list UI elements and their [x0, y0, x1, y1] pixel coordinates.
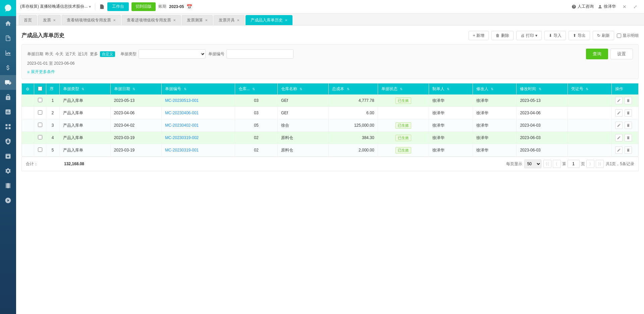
- sidebar-item-chart[interactable]: [0, 46, 16, 60]
- tab-purchase-vat-close[interactable]: ✕: [173, 18, 176, 22]
- row-checkbox[interactable]: [38, 110, 42, 115]
- support-link[interactable]: 人工咨询: [572, 4, 594, 9]
- row-edit-btn[interactable]: [615, 97, 623, 104]
- tab-invoice-calc-close[interactable]: ✕: [205, 18, 208, 22]
- user-menu[interactable]: 徐泽华: [598, 4, 616, 9]
- pager-last-btn[interactable]: ⟩⟩: [596, 160, 604, 168]
- pager-input[interactable]: [568, 160, 580, 168]
- row-check-cell[interactable]: [34, 119, 46, 132]
- th-doc-status[interactable]: 单据状态 ⇅: [378, 83, 429, 95]
- row-doc-no-cell[interactable]: MC-20230406-001: [162, 107, 235, 119]
- sidebar-item-archive[interactable]: [0, 149, 16, 164]
- th-checkbox[interactable]: [34, 83, 46, 95]
- show-detail-label[interactable]: 显示明细: [617, 33, 639, 39]
- tab-invoice-open-close[interactable]: ✕: [237, 18, 239, 22]
- sidebar-item-report[interactable]: [0, 105, 16, 119]
- shortcut-1month[interactable]: 近1月: [78, 51, 88, 57]
- switch-version-button[interactable]: 切到旧版: [131, 2, 156, 11]
- row-check-cell[interactable]: [34, 95, 46, 107]
- row-doc-no-cell[interactable]: MC-20230402-001: [162, 119, 235, 132]
- sidebar-item-lock[interactable]: [0, 90, 16, 105]
- sidebar-item-version[interactable]: [0, 193, 16, 208]
- row-edit-btn[interactable]: [615, 146, 623, 154]
- sidebar-item-stamp[interactable]: [0, 134, 16, 149]
- tab-invoice[interactable]: 发票 ✕: [38, 15, 61, 25]
- query-button[interactable]: 查询: [586, 49, 608, 59]
- pager-next-btn[interactable]: ⟩: [586, 160, 594, 168]
- row-checkbox[interactable]: [38, 135, 42, 139]
- shortcut-7days[interactable]: 近7天: [65, 51, 76, 57]
- tab-sales-vat-close[interactable]: ✕: [113, 18, 116, 22]
- th-modify-time[interactable]: 修改时间 ⇅: [517, 83, 568, 95]
- tab-invoice-close[interactable]: ✕: [53, 18, 56, 22]
- tab-warehouse-history[interactable]: 产成品入库单历史 ✕: [246, 15, 292, 25]
- th-modifier[interactable]: 修改人 ⇅: [473, 83, 517, 95]
- row-edit-btn[interactable]: [615, 122, 623, 129]
- row-check-cell[interactable]: [34, 144, 46, 156]
- row-edit-btn[interactable]: [615, 134, 623, 141]
- th-creator[interactable]: 制单人 ⇅: [429, 83, 473, 95]
- pager-first-btn[interactable]: ⟨⟨: [543, 160, 551, 168]
- sidebar-item-grid[interactable]: [0, 119, 16, 134]
- sidebar-item-warehouse[interactable]: [0, 75, 16, 90]
- pager-prev-btn[interactable]: ⟨: [553, 160, 561, 168]
- doc-no-link[interactable]: MC-20230513-001: [165, 98, 199, 103]
- sidebar-item-tax[interactable]: [0, 60, 16, 75]
- doc-no-link[interactable]: MC-20230406-001: [165, 111, 199, 115]
- row-delete-btn[interactable]: [625, 146, 632, 154]
- minimize-button[interactable]: ✕: [620, 2, 629, 11]
- refresh-button[interactable]: ↻ 刷新: [593, 31, 614, 40]
- company-selector[interactable]: (库存核算) 直播轻晚通信息技术股份... ▾: [20, 4, 91, 9]
- sidebar-item-media[interactable]: [0, 178, 16, 193]
- tab-invoice-calc[interactable]: 发票测算 ✕: [182, 15, 213, 25]
- row-checkbox[interactable]: [38, 98, 42, 102]
- row-check-cell[interactable]: [34, 132, 46, 144]
- doc-no-link[interactable]: MC-20230402-001: [165, 123, 199, 128]
- tab-home[interactable]: 首页: [19, 15, 37, 25]
- row-delete-btn[interactable]: [625, 134, 632, 141]
- delete-button[interactable]: 🗑 删除: [491, 31, 514, 40]
- calendar-icon[interactable]: 📅: [186, 4, 192, 9]
- page-size-select[interactable]: 50 20 100: [524, 160, 541, 168]
- th-warehouse-name[interactable]: 仓库名称 ⇅: [277, 83, 328, 95]
- select-all-checkbox[interactable]: [38, 86, 42, 91]
- row-checkbox[interactable]: [38, 123, 42, 127]
- row-doc-no-cell[interactable]: MC-20230513-001: [162, 95, 235, 107]
- show-detail-checkbox[interactable]: [617, 34, 621, 38]
- th-setting[interactable]: ⚙: [22, 83, 34, 95]
- row-check-cell[interactable]: [34, 107, 46, 119]
- th-warehouse-code[interactable]: 仓库... ⇅: [235, 83, 277, 95]
- row-delete-btn[interactable]: [625, 97, 632, 104]
- new-button[interactable]: + 新增: [469, 31, 489, 40]
- export-button[interactable]: ⬆ 导出: [569, 31, 590, 40]
- shortcut-today[interactable]: 今天: [55, 51, 63, 57]
- th-voucher-no[interactable]: 凭证号 ⇅: [568, 83, 611, 95]
- tab-invoice-open[interactable]: 发票开具 ✕: [214, 15, 245, 25]
- th-total-cost[interactable]: 总成本 ⇅: [329, 83, 378, 95]
- setting-button[interactable]: 设置: [610, 49, 633, 59]
- shortcut-yesterday[interactable]: 昨天: [45, 51, 53, 57]
- doc-no-input[interactable]: [226, 49, 293, 59]
- row-delete-btn[interactable]: [625, 122, 632, 129]
- tab-purchase-vat[interactable]: 查看进项增值税专用发票 ✕: [122, 15, 181, 25]
- row-delete-btn[interactable]: [625, 109, 632, 117]
- doc-no-link[interactable]: MC-20230319-001: [165, 148, 199, 152]
- tab-warehouse-history-close[interactable]: ✕: [285, 18, 287, 22]
- maximize-button[interactable]: ⤢: [631, 2, 640, 11]
- th-doc-type[interactable]: 单据类型 ⇅: [59, 83, 110, 95]
- row-checkbox[interactable]: [38, 147, 42, 152]
- doc-no-link[interactable]: MC-20230319-002: [165, 135, 199, 140]
- row-doc-no-cell[interactable]: MC-20230319-001: [162, 144, 235, 156]
- row-edit-btn[interactable]: [615, 109, 623, 117]
- doc-type-select[interactable]: [139, 49, 206, 59]
- sidebar-item-settings[interactable]: [0, 164, 16, 178]
- sidebar-item-document[interactable]: [0, 31, 16, 46]
- row-doc-no-cell[interactable]: MC-20230319-002: [162, 132, 235, 144]
- th-doc-date[interactable]: 单据日期 ⇅: [110, 83, 161, 95]
- expand-filter-btn[interactable]: ≡ 展开更多条件: [27, 69, 633, 75]
- custom-date-btn[interactable]: 自定义: [100, 51, 115, 57]
- shortcut-more[interactable]: 更多: [90, 51, 98, 57]
- th-doc-no[interactable]: 单据编号 ⇅: [162, 83, 235, 95]
- sidebar-item-home[interactable]: [0, 16, 16, 31]
- workbench-button[interactable]: 工作台: [107, 2, 129, 11]
